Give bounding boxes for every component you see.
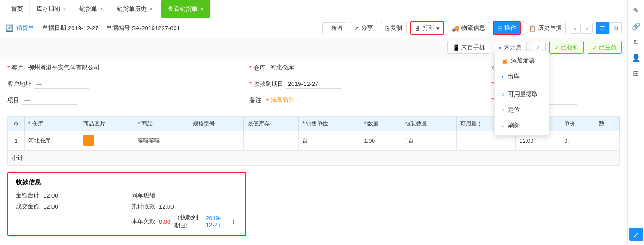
cumulative-value: 12.00 — [159, 203, 174, 210]
logistics-icon: 🚚 — [452, 25, 459, 32]
dropdown-available-qty[interactable]: ○ 可用量提取 — [495, 86, 549, 102]
warehouse-label: 仓库 — [249, 64, 266, 72]
customer-value[interactable]: 柳州粤港平安气体有限公司 — [26, 63, 102, 73]
balance-note: （收款到期日: — [174, 213, 202, 230]
same-order-label: 同单现结 — [131, 191, 155, 199]
balance-date: 2019-12-27 — [206, 215, 228, 228]
col-more: 数 — [595, 117, 619, 131]
history-button[interactable]: 📋 历史单据 — [525, 22, 566, 34]
col-warehouse: * 仓库 — [24, 117, 79, 131]
print-dropdown-arrow: ▾ — [436, 25, 440, 32]
payment-cumulative-row: 累计收款 12.00 — [131, 202, 238, 211]
outbound-icon: ● — [501, 74, 504, 79]
tab-sales-label: 销货单 — [79, 5, 97, 13]
transaction-label: 成交金额 — [16, 202, 40, 211]
sidebar-link-icon[interactable]: 🔗 — [629, 19, 643, 33]
view-list[interactable]: ☰ — [596, 22, 609, 34]
sidebar-refresh-icon[interactable]: ↻ — [629, 35, 643, 49]
doc-date-item: 单据日期 2019-12-27 — [42, 24, 99, 32]
dropdown-outbound[interactable]: ● 出库 — [495, 68, 549, 84]
due-date-label: 收款到期日 — [249, 80, 283, 88]
new-button[interactable]: + 新增 — [322, 22, 346, 34]
due-date-value[interactable]: 2019-12-27 — [286, 80, 341, 89]
check-icon: ✓ — [554, 44, 559, 51]
copy-label: 复制 — [390, 24, 402, 32]
project-value[interactable]: — — [22, 96, 77, 105]
project-field: 项目 — — [7, 96, 249, 105]
tab-sales-history-label: 销货单历史 — [117, 5, 147, 13]
project-label: 项目 — [7, 96, 19, 104]
outbound-label: 出库 — [508, 72, 520, 80]
cell-pack-qty: 1台 — [401, 131, 456, 151]
history-icon: 📋 — [529, 25, 536, 32]
nav-arrows: ‹ › — [570, 23, 593, 34]
tab-home[interactable]: 首页 — [5, 0, 30, 18]
view-toggle: ☰ ⊞ — [596, 22, 622, 34]
col-settings[interactable]: ⚙ — [8, 117, 24, 131]
sidebar-edit-icon[interactable]: ✎ — [629, 4, 643, 17]
view-grid[interactable]: ⊞ — [609, 22, 622, 34]
tab-view-sales[interactable]: 查看销货单 × — [161, 0, 210, 18]
tab-sales-history-close[interactable]: × — [149, 6, 153, 12]
tab-view-sales-close[interactable]: × — [200, 6, 203, 12]
nav-prev[interactable]: ‹ — [570, 23, 581, 34]
payment-same-order-row: 同单现结 — — [131, 191, 238, 199]
confirmed-button[interactable]: ✓ 已核销 — [549, 41, 584, 54]
tab-sales-history[interactable]: 销货单历史 × — [110, 0, 159, 18]
phone-icon: 📱 — [452, 44, 460, 51]
refresh-label: 刷新 — [508, 121, 520, 130]
col-pack-qty: 包装数量 — [401, 117, 456, 131]
tab-inventory[interactable]: 库存期初 × — [30, 0, 73, 18]
add-invoice-label: 添加发票 — [511, 57, 535, 65]
doc-number-item: 单据编号 SA-20191227-001 — [106, 24, 181, 32]
balance-end: ） — [232, 217, 238, 226]
tab-sales-close[interactable]: × — [100, 6, 103, 12]
doc-meta: 单据日期 2019-12-27 单据编号 SA-20191227-001 — [42, 24, 180, 32]
operation-button[interactable]: ⊞ 操作 — [493, 21, 521, 35]
share-button[interactable]: ↗ 分享 — [350, 22, 377, 34]
address-value[interactable]: — — [34, 80, 89, 89]
available-icon: ○ — [501, 91, 504, 97]
logistics-button[interactable]: 🚚 物流信息 — [448, 22, 489, 34]
cell-quantity: 1.00 — [360, 131, 401, 151]
sidebar-table-icon[interactable]: ⊞ — [629, 66, 643, 80]
col-spec: 规格型号 — [189, 117, 243, 131]
tab-inventory-close[interactable]: × — [63, 6, 66, 12]
warehouse-value[interactable]: 河北仓库 — [268, 63, 323, 73]
dropdown-locate[interactable]: ○ 定位 — [495, 102, 549, 118]
checkmark-icon: ✓ — [536, 44, 541, 51]
phone-button[interactable]: 📱 来自手机 — [447, 41, 490, 54]
effective-button[interactable]: ✓ 已生效 — [588, 41, 622, 54]
cell-unit-price: 0. — [560, 131, 595, 151]
dropdown-add-invoice[interactable]: ▣ 添加发票 — [495, 53, 549, 68]
settings-icon[interactable]: ⚙ — [13, 120, 19, 127]
effective-label: 已生效 — [599, 43, 617, 51]
tab-view-sales-label: 查看销货单 — [168, 5, 198, 13]
nav-next[interactable]: › — [582, 23, 593, 34]
locate-label: 定位 — [508, 106, 520, 114]
doc-date-value: 2019-12-27 — [68, 25, 99, 32]
tab-sales[interactable]: 销货单 × — [73, 0, 110, 18]
product-thumbnail — [83, 135, 94, 146]
address-field: 客户地址 — — [7, 80, 249, 89]
operation-dropdown: ▣ 添加发票 ● 出库 ○ 可用量提取 ○ 定位 ○ 刷新 — [494, 51, 549, 136]
dropdown-refresh[interactable]: ○ 刷新 — [495, 118, 549, 133]
transaction-value: 12.00 — [43, 203, 58, 210]
operation-icon: ⊞ — [497, 25, 503, 32]
col-unit-price: 单价 — [560, 117, 595, 131]
print-icon: 🖨 — [415, 25, 421, 32]
subtotal-cell: 小计 — [8, 151, 620, 166]
sidebar-expand-icon[interactable]: ⤢ — [629, 228, 643, 241]
sidebar-user-icon[interactable]: 👤 — [629, 51, 643, 64]
balance-value: 0.00 — [159, 218, 170, 225]
share-icon: ↗ — [354, 25, 359, 32]
cell-min-stock — [244, 131, 299, 151]
note-field: 备注 + 添加备注 — [249, 95, 491, 105]
doc-toolbar: 🔄 销货单 单据日期 2019-12-27 单据编号 SA-20191227-0… — [0, 18, 627, 38]
note-add-btn[interactable]: + 添加备注 — [264, 95, 319, 105]
subtotal-row: 小计 — [8, 151, 620, 166]
copy-button[interactable]: ⎘ 复制 — [381, 22, 407, 34]
payment-title: 收款信息 — [16, 178, 238, 187]
print-button[interactable]: 🖨 打印 ▾ — [410, 21, 444, 35]
payment-grid: 金额合计 12.00 同单现结 — 成交金额 12.00 累计收款 12.00 — [16, 191, 238, 230]
